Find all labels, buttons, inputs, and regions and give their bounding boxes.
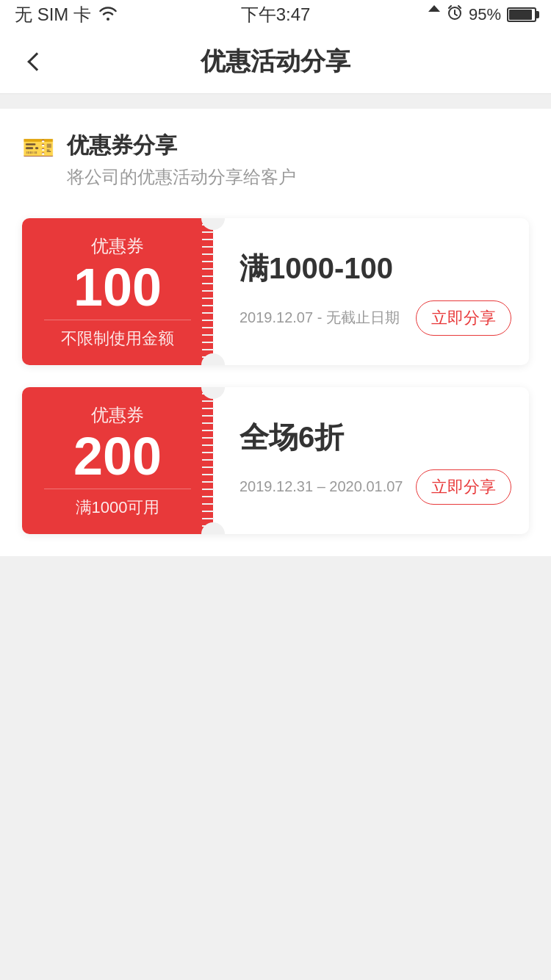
coupon-name-2: 全场6折 [240, 417, 511, 458]
section-title: 优惠券分享 [67, 131, 296, 161]
coupon-date-1: 2019.12.07 - 无截止日期 [240, 308, 408, 328]
coupon-right-1: 满1000-100 2019.12.07 - 无截止日期 立即分享 [213, 218, 529, 365]
coupon-info-row-1: 2019.12.07 - 无截止日期 立即分享 [240, 300, 511, 336]
location-icon [428, 4, 441, 25]
section-text: 优惠券分享 将公司的优惠活动分享给客户 [67, 131, 296, 189]
coupon-card-2: 优惠券 200 满1000可用 全场6折 2019.12.31 – 2020.0… [22, 387, 529, 534]
wifi-icon [98, 4, 118, 25]
battery-icon [507, 7, 536, 22]
coupon-label-2: 优惠券 [91, 403, 144, 427]
coupon-date-2: 2019.12.31 – 2020.01.07 [240, 478, 408, 495]
battery-percent: 95% [469, 5, 501, 24]
status-time: 下午3:47 [241, 3, 311, 26]
section-header: 🎫 优惠券分享 将公司的优惠活动分享给客户 [0, 109, 551, 203]
nav-bar: 优惠活动分享 [0, 29, 551, 94]
coupon-label-1: 优惠券 [91, 234, 144, 258]
coupon-divider-1 [44, 320, 191, 320]
carrier-text: 无 SIM 卡 [15, 3, 91, 26]
coupon-left-2: 优惠券 200 满1000可用 [22, 387, 213, 534]
coupon-name-1: 满1000-100 [240, 248, 511, 289]
status-bar: 无 SIM 卡 下午3:47 95% [0, 0, 551, 29]
section-gap-top [0, 94, 551, 109]
coupon-divider-2 [44, 489, 191, 489]
coupon-left-1: 优惠券 100 不限制使用金额 [22, 218, 213, 365]
coupon-card-1: 优惠券 100 不限制使用金额 满1000-100 2019.12.07 - 无… [22, 218, 529, 365]
status-left: 无 SIM 卡 [15, 3, 118, 26]
section-subtitle: 将公司的优惠活动分享给客户 [67, 165, 296, 189]
coupon-value-2: 200 [73, 430, 162, 483]
coupon-condition-1: 不限制使用金额 [54, 328, 181, 350]
coupon-value-1: 100 [73, 261, 162, 314]
page-title: 优惠活动分享 [201, 45, 350, 79]
coupon-share-icon: 🎫 [22, 132, 55, 163]
share-button-1[interactable]: 立即分享 [416, 300, 511, 336]
back-button[interactable] [22, 47, 51, 76]
coupon-list: 优惠券 100 不限制使用金额 满1000-100 2019.12.07 - 无… [0, 203, 551, 556]
alarm-icon [447, 4, 463, 25]
coupon-condition-2: 满1000可用 [68, 497, 168, 519]
coupon-right-2: 全场6折 2019.12.31 – 2020.01.07 立即分享 [213, 387, 529, 534]
coupon-info-row-2: 2019.12.31 – 2020.01.07 立即分享 [240, 469, 511, 505]
share-button-2[interactable]: 立即分享 [416, 469, 511, 505]
back-arrow-icon [27, 52, 46, 71]
status-right: 95% [428, 4, 536, 25]
